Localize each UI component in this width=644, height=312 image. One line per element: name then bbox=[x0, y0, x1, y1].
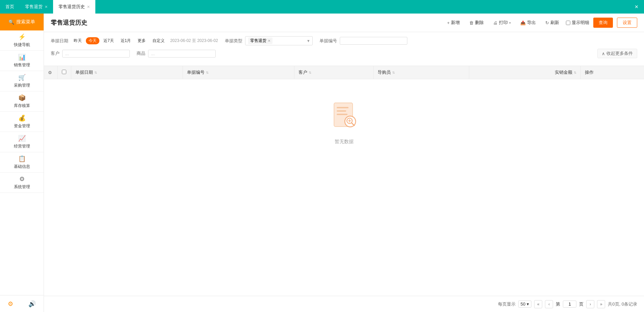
date-btn-custom[interactable]: 自定义 bbox=[150, 37, 167, 44]
query-button[interactable]: 查询 bbox=[593, 18, 613, 28]
sidebar-item-inventory-label: 库存核算 bbox=[14, 103, 30, 109]
sort-guide-icon: ⇅ bbox=[392, 71, 395, 74]
th-customer-label: 客户 bbox=[299, 69, 307, 75]
footer-volume-icon[interactable]: 🔊 bbox=[28, 300, 36, 308]
tab-retail-return-label: 零售退货 bbox=[25, 4, 43, 10]
toolbar: + 新增 🗑 删除 🖨 打印 ▾ 📤 导出 ↻ 刷 bbox=[444, 18, 637, 28]
new-button[interactable]: + 新增 bbox=[444, 18, 462, 27]
new-label: 新增 bbox=[451, 20, 460, 26]
top-nav-close[interactable]: ✕ bbox=[635, 4, 644, 9]
page-input[interactable] bbox=[563, 300, 576, 308]
date-btn-today[interactable]: 今天 bbox=[86, 37, 99, 44]
table-select-all[interactable] bbox=[62, 70, 66, 74]
setting-button[interactable]: 设置 bbox=[617, 18, 637, 28]
tab-home-label: 首页 bbox=[5, 4, 14, 10]
sidebar-item-inventory[interactable]: 📦 库存核算 bbox=[0, 91, 44, 112]
sort-customer[interactable]: 客户 ⇅ bbox=[299, 69, 369, 75]
th-action: 操作 bbox=[580, 66, 644, 79]
sort-guide[interactable]: 导购员 ⇅ bbox=[378, 69, 464, 75]
date-btn-yesterday[interactable]: 昨天 bbox=[71, 37, 85, 44]
data-table: ⚙ 单据日期 ⇅ bbox=[44, 66, 644, 79]
filter-doc-type-arrow: ▾ bbox=[307, 38, 310, 43]
delete-icon: 🗑 bbox=[469, 20, 474, 25]
export-icon: 📤 bbox=[520, 20, 526, 25]
svg-rect-3 bbox=[337, 114, 348, 115]
filter-customer-placeholder: ... bbox=[65, 51, 69, 56]
collapse-container: ∧ 收起更多条件 bbox=[597, 49, 637, 58]
filter-doc-type-select[interactable]: 零售退货 ✕ ▾ bbox=[245, 36, 313, 45]
filter-area: 单据日期 昨天 今天 近7天 近1月 更多 自定义 2023-06-02 至 2… bbox=[44, 32, 644, 66]
quick-nav-icon: ⚡ bbox=[18, 33, 26, 41]
footer-settings-icon[interactable]: ⚙ bbox=[8, 300, 13, 308]
sidebar: 🔍 搜索菜单 ⚡ 快捷导航 📊 销售管理 🛒 采购管理 📦 库存核算 💰 bbox=[0, 14, 44, 312]
sort-amount[interactable]: 实销金额 ⇅ bbox=[473, 69, 576, 75]
empty-state: 暂无数据 bbox=[44, 79, 644, 165]
page-size-select[interactable]: 50 ▾ bbox=[518, 300, 531, 308]
prev-page-button[interactable]: ‹ bbox=[545, 300, 553, 308]
collapse-button[interactable]: ∧ 收起更多条件 bbox=[597, 49, 637, 58]
filter-goods-input[interactable]: ... bbox=[148, 50, 216, 58]
content-area: 零售退货历史 + 新增 🗑 删除 🖨 打印 ▾ 📤 导出 bbox=[44, 14, 644, 312]
tab-retail-return-history-close[interactable]: ✕ bbox=[87, 5, 90, 9]
sort-doc-date[interactable]: 单据日期 ⇅ bbox=[75, 69, 178, 75]
top-nav: 首页 零售退货 ✕ 零售退货历史 ✕ ✕ bbox=[0, 0, 644, 14]
search-menu[interactable]: 🔍 搜索菜单 bbox=[0, 14, 44, 30]
next-page-button[interactable]: › bbox=[586, 300, 594, 308]
sidebar-item-finance[interactable]: 💰 资金管理 bbox=[0, 112, 44, 132]
show-detail-label: 显示明细 bbox=[572, 20, 589, 26]
filter-doc-type-close[interactable]: ✕ bbox=[268, 39, 270, 43]
main-layout: 🔍 搜索菜单 ⚡ 快捷导航 📊 销售管理 🛒 采购管理 📦 库存核算 💰 bbox=[0, 14, 644, 312]
filter-customer-label: 客户 bbox=[51, 50, 59, 57]
filter-date-btns: 昨天 今天 近7天 近1月 更多 自定义 bbox=[71, 37, 167, 44]
sort-doc-no-icon: ⇅ bbox=[206, 71, 209, 74]
last-page-button[interactable]: » bbox=[597, 300, 605, 308]
th-checkbox bbox=[57, 66, 71, 79]
tab-retail-return-close[interactable]: ✕ bbox=[45, 5, 48, 9]
purchase-mgmt-icon: 🛒 bbox=[18, 74, 26, 81]
table-area: ⚙ 单据日期 ⇅ bbox=[44, 66, 644, 312]
date-btn-month[interactable]: 近1月 bbox=[118, 37, 134, 44]
tab-retail-return-history[interactable]: 零售退货历史 ✕ bbox=[53, 0, 95, 14]
filter-doc-no-input[interactable] bbox=[340, 37, 407, 45]
filter-date-label: 单据日期 bbox=[51, 38, 68, 44]
sidebar-item-finance-label: 资金管理 bbox=[14, 123, 30, 129]
sidebar-item-quick-nav-label: 快捷导航 bbox=[14, 42, 30, 48]
date-btn-week[interactable]: 近7天 bbox=[101, 37, 117, 44]
show-detail-checkbox[interactable] bbox=[566, 21, 570, 25]
filter-doc-type: 单据类型 零售退货 ✕ ▾ bbox=[225, 36, 313, 45]
tab-retail-return[interactable]: 零售退货 ✕ bbox=[20, 0, 53, 14]
sidebar-items: ⚡ 快捷导航 📊 销售管理 🛒 采购管理 📦 库存核算 💰 资金管理 📈 bbox=[0, 30, 44, 295]
sidebar-item-base-info-label: 基础信息 bbox=[14, 164, 30, 170]
sort-doc-no[interactable]: 单据编号 ⇅ bbox=[187, 69, 290, 75]
sidebar-item-base-info[interactable]: 📋 基础信息 bbox=[0, 152, 44, 173]
refresh-icon: ↻ bbox=[545, 20, 549, 25]
date-btn-more[interactable]: 更多 bbox=[135, 37, 148, 44]
column-setting-icon[interactable]: ⚙ bbox=[48, 70, 52, 75]
print-button[interactable]: 🖨 打印 ▾ bbox=[491, 18, 514, 27]
page-header: 零售退货历史 + 新增 🗑 删除 🖨 打印 ▾ 📤 导出 bbox=[44, 14, 644, 32]
system-mgmt-icon: ⚙ bbox=[19, 175, 25, 183]
first-page-button[interactable]: « bbox=[534, 300, 542, 308]
th-setting: ⚙ bbox=[44, 66, 57, 79]
show-detail-toggle[interactable]: 显示明细 bbox=[566, 20, 589, 26]
delete-button[interactable]: 🗑 删除 bbox=[467, 18, 486, 27]
export-button[interactable]: 📤 导出 bbox=[518, 18, 539, 27]
sidebar-item-system-mgmt[interactable]: ⚙ 系统管理 bbox=[0, 173, 44, 193]
sidebar-item-quick-nav[interactable]: ⚡ 快捷导航 bbox=[0, 30, 44, 51]
new-icon: + bbox=[447, 20, 450, 25]
tab-home[interactable]: 首页 bbox=[0, 0, 20, 14]
filter-customer-input[interactable]: ... bbox=[62, 50, 130, 58]
search-menu-label: 搜索菜单 bbox=[16, 19, 35, 25]
sidebar-item-sales-mgmt[interactable]: 📊 销售管理 bbox=[0, 51, 44, 71]
print-arrow-icon: ▾ bbox=[509, 21, 511, 25]
sales-mgmt-icon: 📊 bbox=[18, 53, 26, 61]
tab-retail-return-history-label: 零售退货历史 bbox=[58, 4, 85, 10]
th-amount: 实销金额 ⇅ bbox=[469, 66, 580, 79]
th-guide-label: 导购员 bbox=[378, 69, 391, 75]
base-info-icon: 📋 bbox=[18, 155, 26, 162]
sidebar-item-purchase-mgmt[interactable]: 🛒 采购管理 bbox=[0, 71, 44, 91]
refresh-button[interactable]: ↻ 刷新 bbox=[543, 18, 562, 27]
total-info: 共0页, 0条记录 bbox=[608, 301, 637, 307]
sidebar-item-operations[interactable]: 📈 经营管理 bbox=[0, 132, 44, 152]
refresh-label: 刷新 bbox=[550, 20, 559, 26]
